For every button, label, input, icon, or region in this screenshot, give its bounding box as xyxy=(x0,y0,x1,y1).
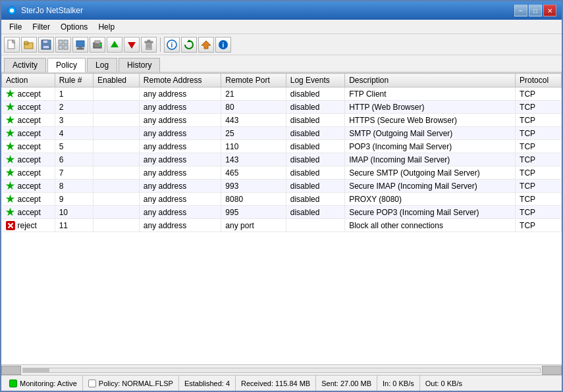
accept-icon xyxy=(6,116,15,125)
svg-marker-22 xyxy=(128,42,136,49)
remote-port-cell: 80 xyxy=(221,101,286,114)
svg-rect-11 xyxy=(59,40,63,44)
policy-table: Action Rule # Enabled Remote Address Rem… xyxy=(1,73,562,232)
tab-activity[interactable]: Activity xyxy=(4,58,46,72)
action-label: accept xyxy=(18,89,41,99)
svg-text:i: i xyxy=(223,41,225,49)
svg-rect-13 xyxy=(59,45,63,49)
toolbar-new-button[interactable] xyxy=(4,37,20,53)
table-row[interactable]: accept 5 any address 110 disabled POP3 (… xyxy=(2,140,562,153)
toolbar-btn4[interactable] xyxy=(55,37,71,53)
menu-filter[interactable]: Filter xyxy=(27,21,55,33)
rule-cell: 9 xyxy=(55,193,93,206)
status-bar: Monitoring: Active Policy: NORMAL.FLSP E… xyxy=(1,375,562,391)
received-text: Received: 115.84 MB xyxy=(241,380,310,387)
table-row[interactable]: accept 6 any address 143 disabled IMAP (… xyxy=(2,153,562,166)
protocol-cell: TCP xyxy=(516,114,562,127)
accept-icon xyxy=(6,182,15,191)
action-cell: accept xyxy=(2,166,55,180)
close-button[interactable]: ✕ xyxy=(543,5,556,16)
action-cell: accept xyxy=(2,127,55,140)
enabled-cell xyxy=(94,114,140,127)
col-enabled[interactable]: Enabled xyxy=(94,74,140,87)
enabled-cell xyxy=(94,153,140,166)
tab-policy[interactable]: Policy xyxy=(47,58,86,72)
table-row[interactable]: accept 4 any address 25 disabled SMTP (O… xyxy=(2,127,562,140)
menu-options[interactable]: Options xyxy=(55,21,93,33)
remote-address-cell: any address xyxy=(139,87,221,101)
svg-rect-15 xyxy=(76,41,84,47)
svg-marker-32 xyxy=(201,41,211,49)
menu-bar: File Filter Options Help xyxy=(1,20,562,34)
col-action[interactable]: Action xyxy=(2,74,55,87)
app-window: SterJo NetStalker − □ ✕ File Filter Opti… xyxy=(0,0,563,392)
toolbar-about-button[interactable]: i xyxy=(215,37,231,53)
table-row[interactable]: accept 2 any address 80 disabled HTTP (W… xyxy=(2,101,562,114)
action-label: accept xyxy=(18,129,41,138)
h-scrollbar[interactable] xyxy=(1,364,562,375)
tab-log[interactable]: Log xyxy=(87,58,117,72)
status-monitoring: Monitoring: Active xyxy=(4,376,83,391)
rule-cell: 5 xyxy=(55,140,93,153)
status-in: In: 0 KB/s xyxy=(377,376,420,391)
table-row[interactable]: accept 1 any address 21 disabled FTP Cli… xyxy=(2,87,562,101)
toolbar-save-button[interactable] xyxy=(38,37,54,53)
log-events-cell: disabled xyxy=(286,114,344,127)
svg-rect-17 xyxy=(77,48,84,49)
col-description[interactable]: Description xyxy=(345,74,516,87)
rule-cell: 3 xyxy=(55,114,93,127)
col-remote-port[interactable]: Remote Port xyxy=(221,74,286,87)
col-log-events[interactable]: Log Events xyxy=(286,74,344,87)
remote-address-cell: any address xyxy=(139,193,221,206)
toolbar-home-button[interactable] xyxy=(198,37,214,53)
menu-file[interactable]: File xyxy=(4,21,27,33)
table-row[interactable]: accept 7 any address 465 disabled Secure… xyxy=(2,166,562,180)
toolbar-btn5[interactable] xyxy=(72,37,88,53)
table-row[interactable]: reject 11 any address any port Block all… xyxy=(2,219,562,232)
action-cell: accept xyxy=(2,140,55,153)
toolbar-info-button[interactable]: i xyxy=(164,37,180,53)
toolbar-delete-button[interactable] xyxy=(141,37,157,53)
action-cell: accept xyxy=(2,193,55,206)
toolbar-up-button[interactable] xyxy=(107,37,122,53)
log-events-cell: disabled xyxy=(286,140,344,153)
svg-marker-21 xyxy=(111,41,119,47)
rule-cell: 11 xyxy=(55,219,93,232)
accept-icon xyxy=(6,155,15,164)
app-title: SterJo NetStalker xyxy=(21,6,83,15)
toolbar-open-button[interactable] xyxy=(21,37,37,53)
table-container[interactable]: Action Rule # Enabled Remote Address Rem… xyxy=(1,73,562,364)
maximize-button[interactable]: □ xyxy=(529,5,542,16)
table-row[interactable]: accept 10 any address 995 disabled Secur… xyxy=(2,206,562,219)
protocol-cell: TCP xyxy=(516,219,562,232)
monitoring-text: Monitoring: Active xyxy=(20,380,77,387)
col-rule[interactable]: Rule # xyxy=(55,74,93,87)
table-row[interactable]: accept 9 any address 8080 disabled PROXY… xyxy=(2,193,562,206)
col-protocol[interactable]: Protocol xyxy=(516,74,562,87)
svg-text:i: i xyxy=(171,41,173,49)
table-row[interactable]: accept 3 any address 443 disabled HTTPS … xyxy=(2,114,562,127)
toolbar-btn6[interactable] xyxy=(90,37,105,53)
status-sent: Sent: 27.00 MB xyxy=(316,376,377,391)
protocol-cell: TCP xyxy=(516,101,562,114)
minimize-button[interactable]: − xyxy=(514,5,527,16)
toolbar-down-button[interactable] xyxy=(124,37,140,53)
description-cell: Secure POP3 (Incoming Mail Server) xyxy=(345,206,516,219)
svg-rect-12 xyxy=(64,40,68,44)
in-text: In: 0 KB/s xyxy=(383,380,414,387)
svg-rect-8 xyxy=(43,40,48,43)
table-row[interactable]: accept 8 any address 993 disabled Secure… xyxy=(2,180,562,193)
menu-help[interactable]: Help xyxy=(93,21,120,33)
established-text: Established: 4 xyxy=(184,380,230,387)
description-cell: Secure IMAP (Incoming Mail Server) xyxy=(345,180,516,193)
rule-cell: 1 xyxy=(55,87,93,101)
svg-rect-19 xyxy=(95,41,100,43)
col-remote-address[interactable]: Remote Address xyxy=(139,74,221,87)
toolbar-refresh-button[interactable] xyxy=(181,37,197,53)
log-events-cell xyxy=(286,219,344,232)
action-cell: accept xyxy=(2,114,55,127)
tab-history[interactable]: History xyxy=(119,58,160,72)
protocol-cell: TCP xyxy=(516,180,562,193)
out-text: Out: 0 KB/s xyxy=(425,380,462,387)
svg-point-1 xyxy=(10,9,14,12)
